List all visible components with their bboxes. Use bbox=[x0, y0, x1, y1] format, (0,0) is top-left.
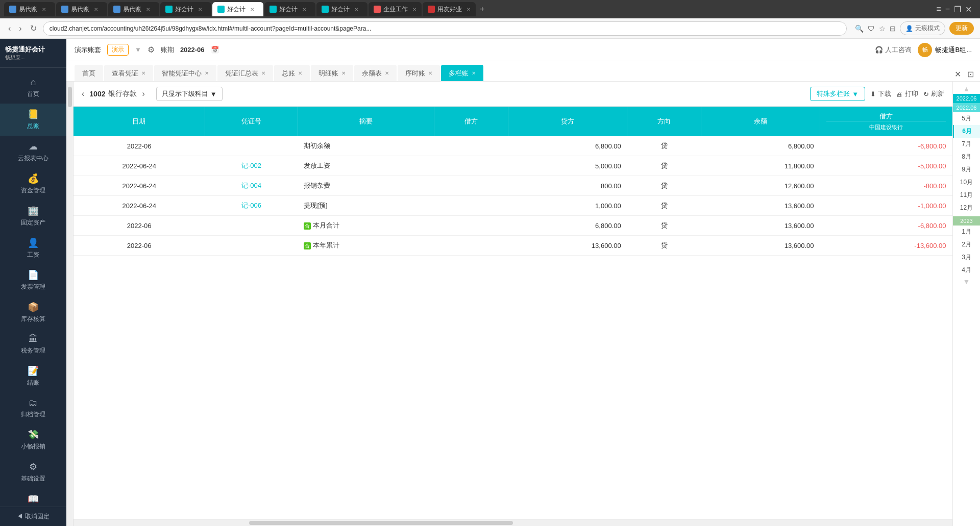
stealth-button[interactable]: 👤 无痕模式 bbox=[900, 21, 945, 35]
vertical-scrollbar[interactable] bbox=[66, 82, 74, 526]
browser-tab-6[interactable]: 好会计 ✕ bbox=[264, 2, 315, 16]
sidebar-item-fund[interactable]: 💰 资金管理 bbox=[0, 168, 66, 200]
reload-button[interactable]: ↻ bbox=[28, 21, 39, 35]
sidebar-item-invoice[interactable]: 📄 发票管理 bbox=[0, 264, 66, 296]
search-icon[interactable]: 🔍 bbox=[855, 24, 864, 33]
restore-icon[interactable]: ❐ bbox=[954, 5, 961, 14]
settings-gear-icon[interactable]: ⚙ bbox=[148, 45, 155, 55]
shield-icon[interactable]: 🛡 bbox=[868, 24, 875, 33]
tab-close-4[interactable]: ✕ bbox=[198, 7, 202, 12]
minimize-icon[interactable]: − bbox=[945, 5, 950, 14]
browser-tab-1[interactable]: 易代账 ✕ bbox=[4, 2, 55, 16]
browser-tab-2[interactable]: 易代账 ✕ bbox=[56, 2, 107, 16]
tab-detail-ledger-close[interactable]: ✕ bbox=[341, 70, 346, 76]
voucher-link[interactable]: 记-002 bbox=[241, 162, 261, 169]
tab-voucher-view-close[interactable]: ✕ bbox=[141, 70, 145, 76]
sidebar-item-close-period[interactable]: 📝 结账 bbox=[0, 360, 66, 392]
dropdown-arrow-icon[interactable]: ▼ bbox=[135, 46, 141, 54]
tab-close-1[interactable]: ✕ bbox=[42, 7, 46, 12]
close-icon[interactable]: ✕ bbox=[965, 5, 972, 14]
refresh-button[interactable]: ↻ 刷新 bbox=[923, 89, 944, 98]
tab-close-2[interactable]: ✕ bbox=[94, 7, 98, 12]
tab-close-9[interactable]: ✕ bbox=[467, 7, 471, 12]
consult-button[interactable]: 🎧 人工咨询 bbox=[875, 45, 912, 55]
account-next-button[interactable]: › bbox=[142, 89, 144, 98]
sidebar-item-guide[interactable]: 📖 新手引导 bbox=[0, 488, 66, 507]
calendar-month-8[interactable]: 8月 bbox=[953, 151, 980, 163]
tab-close-8[interactable]: ✕ bbox=[412, 7, 416, 12]
tab-smart-voucher[interactable]: 智能凭证中心 ✕ bbox=[154, 65, 216, 81]
tab-voucher-summary-close[interactable]: ✕ bbox=[261, 70, 265, 76]
tab-close-7[interactable]: ✕ bbox=[354, 7, 358, 12]
tab-multi-column[interactable]: 多栏账 ✕ bbox=[441, 65, 483, 81]
tab-expand-button[interactable]: ⊡ bbox=[965, 67, 976, 81]
sidebar-item-tax[interactable]: 🏛 税务管理 bbox=[0, 329, 66, 360]
calendar-scroll-down[interactable]: ▼ bbox=[953, 277, 980, 287]
calendar-month-9[interactable]: 9月 bbox=[953, 163, 980, 176]
tab-balance-table-close[interactable]: ✕ bbox=[385, 70, 389, 76]
browser-tab-4[interactable]: 好会计 ✕ bbox=[160, 2, 211, 16]
download-button[interactable]: ⬇ 下载 bbox=[870, 89, 891, 98]
back-button[interactable]: ‹ bbox=[6, 22, 13, 35]
calendar-month-7[interactable]: 7月 bbox=[953, 138, 980, 151]
sidebar-item-ledger[interactable]: 📒 总账 bbox=[0, 104, 66, 136]
browser-tab-3[interactable]: 易代账 ✕ bbox=[108, 2, 159, 16]
sidebar-item-archive[interactable]: 🗂 归档管理 bbox=[0, 392, 66, 424]
sidebar-toggle-icon[interactable]: ⊟ bbox=[890, 24, 896, 33]
tab-list-icon[interactable]: ≡ bbox=[936, 5, 941, 14]
refresh-icon: ↻ bbox=[923, 90, 929, 98]
tab-balance-table[interactable]: 余额表 ✕ bbox=[354, 65, 397, 81]
tab-multi-column-close[interactable]: ✕ bbox=[472, 70, 476, 76]
tab-home[interactable]: 首页 bbox=[75, 65, 103, 81]
account-prev-button[interactable]: ‹ bbox=[82, 89, 84, 98]
calendar-month-6[interactable]: 6月 bbox=[953, 125, 980, 138]
calendar-month-2023-4[interactable]: 4月 bbox=[953, 264, 980, 277]
calendar-scroll-up[interactable]: ▲ bbox=[953, 84, 980, 94]
browser-tab-9[interactable]: 用友好业 ✕ bbox=[423, 2, 476, 16]
browser-tab-5[interactable]: 好会计 ✕ bbox=[212, 2, 263, 16]
url-bar[interactable] bbox=[43, 21, 847, 36]
sidebar-item-home[interactable]: ⌂ 首页 bbox=[0, 72, 66, 104]
calendar-month-5[interactable]: 5月 bbox=[953, 112, 980, 125]
calendar-month-10[interactable]: 10月 bbox=[953, 176, 980, 189]
tab-smart-voucher-close[interactable]: ✕ bbox=[205, 70, 209, 76]
sidebar-item-inventory[interactable]: 📦 库存核算 bbox=[0, 296, 66, 329]
voucher-link[interactable]: 记-006 bbox=[241, 202, 261, 209]
forward-button[interactable]: › bbox=[17, 22, 23, 35]
special-multi-column-button[interactable]: 特殊多栏账 ▼ bbox=[810, 87, 865, 101]
star-icon[interactable]: ☆ bbox=[879, 24, 886, 33]
tab-close-5[interactable]: ✕ bbox=[250, 7, 254, 12]
sidebar-item-payroll[interactable]: 👤 工资 bbox=[0, 232, 66, 264]
tab-general-ledger[interactable]: 总账 ✕ bbox=[274, 65, 310, 81]
tab-voucher-summary[interactable]: 凭证汇总表 ✕ bbox=[217, 65, 273, 81]
filter-button[interactable]: 只显示下级科目 ▼ bbox=[156, 87, 223, 101]
sidebar-item-cloud-report[interactable]: ☁ 云报表中心 bbox=[0, 136, 66, 168]
calendar-month-2023-2[interactable]: 2月 bbox=[953, 238, 980, 251]
calendar-month-2023-1[interactable]: 1月 bbox=[953, 226, 980, 238]
sidebar-item-fixed-asset[interactable]: 🏢 固定资产 bbox=[0, 200, 66, 232]
tab-sequential-ledger-close[interactable]: ✕ bbox=[428, 70, 432, 76]
browser-tab-8[interactable]: 企业工作 ✕ bbox=[369, 2, 422, 16]
tab-close-6[interactable]: ✕ bbox=[302, 7, 306, 12]
tab-detail-ledger[interactable]: 明细账 ✕ bbox=[311, 65, 353, 81]
sidebar-item-expense[interactable]: 💸 小畅报销 bbox=[0, 424, 66, 456]
horizontal-scrollbar[interactable] bbox=[74, 519, 952, 526]
sidebar-item-settings[interactable]: ⚙ 基础设置 bbox=[0, 456, 66, 488]
browser-tab-7[interactable]: 好会计 ✕ bbox=[316, 2, 368, 16]
calendar-month-11[interactable]: 11月 bbox=[953, 189, 980, 202]
sidebar-collapse-button[interactable]: ◀ 取消固定 bbox=[0, 507, 66, 526]
tab-sequential-ledger[interactable]: 序时账 ✕ bbox=[398, 65, 440, 81]
tab-voucher-view[interactable]: 查看凭证 ✕ bbox=[104, 65, 153, 81]
calendar-icon[interactable]: 📅 bbox=[211, 46, 219, 54]
tab-general-ledger-close[interactable]: ✕ bbox=[298, 70, 302, 76]
calendar-month-2023-3[interactable]: 3月 bbox=[953, 251, 980, 264]
print-button[interactable]: 🖨 打印 bbox=[896, 89, 918, 98]
voucher-link[interactable]: 记-004 bbox=[241, 182, 261, 189]
calendar-month-12[interactable]: 12月 bbox=[953, 202, 980, 214]
update-button[interactable]: 更新 bbox=[949, 22, 974, 35]
account-selector[interactable]: 1002 银行存款 bbox=[89, 89, 137, 98]
tab-collapse-button[interactable]: ✕ bbox=[952, 67, 963, 81]
tab-close-3[interactable]: ✕ bbox=[146, 7, 150, 12]
cell-debit-bank: -13,600.00 bbox=[820, 236, 952, 256]
new-tab-button[interactable]: + bbox=[477, 5, 487, 14]
